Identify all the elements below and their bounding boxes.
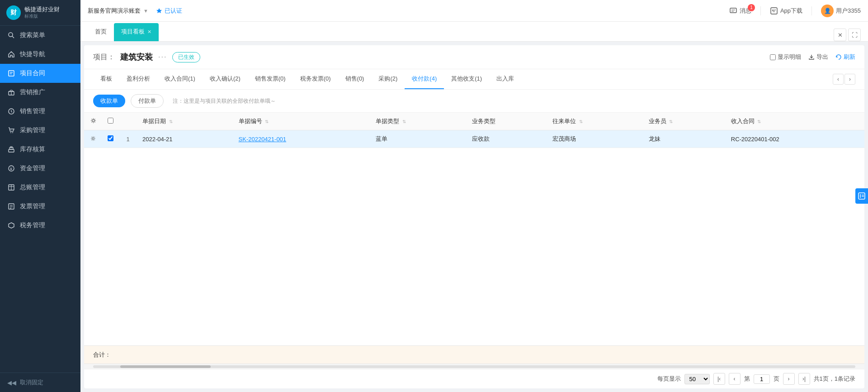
horizontal-scrollbar[interactable] [84, 363, 864, 369]
sidebar-item-quicknav[interactable]: 快捷导航 [0, 45, 80, 64]
row-date: 2022-04-21 [137, 130, 233, 148]
salesperson-col-header[interactable]: 业务员 ⇅ [643, 113, 726, 130]
page-size-select[interactable]: 50 100 200 [684, 374, 710, 384]
inventory-icon [7, 145, 15, 153]
select-all-checkbox[interactable] [108, 118, 113, 124]
maximize-btn[interactable]: ⛶ [848, 29, 861, 41]
svg-point-0 [9, 33, 13, 37]
sub-tab-other[interactable]: 其他收支(1) [444, 69, 489, 89]
sub-tab-kanban[interactable]: 看板 [93, 69, 119, 89]
page-input[interactable] [754, 374, 770, 384]
sidebar-item-search[interactable]: 搜索菜单 [0, 26, 80, 45]
account-selector[interactable]: 新服务官网演示账套 ▼ [88, 7, 148, 15]
salesperson-sort-icon: ⇅ [669, 119, 673, 124]
next-page-btn[interactable]: › [783, 373, 795, 385]
right-panel-btn[interactable] [855, 188, 868, 204]
divider [760, 6, 761, 15]
fund-icon: ¥ [7, 164, 15, 172]
export-btn[interactable]: 导出 [808, 53, 828, 61]
sub-tab-profit[interactable]: 盈利分析 [119, 69, 157, 89]
svg-point-10 [12, 132, 13, 133]
project-actions: 显示明细 导出 刷新 [770, 53, 855, 61]
close-window-btn[interactable]: ✕ [834, 29, 846, 41]
row-checkbox[interactable] [102, 130, 119, 148]
first-page-btn[interactable]: |‹ [713, 373, 725, 385]
svg-point-29 [92, 137, 94, 139]
sub-tab-tax-invoice[interactable]: 税务发票(0) [293, 69, 338, 89]
type-col-header[interactable]: 单据类型 ⇅ [370, 113, 467, 130]
partner-col-header[interactable]: 往来单位 ⇅ [547, 113, 643, 130]
tab-close-icon[interactable]: ✕ [147, 29, 151, 35]
sub-tab-next-btn[interactable]: › [844, 74, 855, 85]
contract-icon [7, 69, 15, 77]
filter-note: 注：这里是与项目关联的全部收付款单哦～ [173, 97, 276, 105]
sidebar-item-marketing[interactable]: 营销推广 [0, 83, 80, 102]
last-page-btn[interactable]: ›| [798, 373, 810, 385]
sidebar-item-project[interactable]: 项目合同 [0, 64, 80, 83]
tab-project-board[interactable]: 项目看板 ✕ [114, 23, 159, 41]
svg-rect-13 [10, 147, 12, 148]
sidebar-label-invoice: 发票管理 [20, 202, 45, 210]
sub-tab-payment[interactable]: 收付款(4) [405, 69, 444, 89]
search-icon [7, 31, 15, 39]
sub-tab-inout[interactable]: 出入库 [489, 69, 521, 89]
row-number[interactable]: SK-20220421-001 [233, 130, 371, 148]
show-detail-label: 显示明细 [778, 53, 801, 61]
prev-page-btn[interactable]: ‹ [729, 373, 741, 385]
page-size-label: 每页显示 [657, 375, 681, 383]
sidebar-item-invoice[interactable]: 发票管理 [0, 197, 80, 216]
purchase-icon [7, 126, 15, 134]
date-col-header[interactable]: 单据日期 ⇅ [137, 113, 233, 130]
payment-filter-btn[interactable]: 付款单 [131, 94, 164, 108]
row-type: 蓝单 [370, 130, 467, 148]
select-all-col[interactable] [102, 113, 119, 130]
sidebar-item-sales[interactable]: 销售管理 [0, 102, 80, 121]
row-settings[interactable] [84, 130, 102, 148]
number-col-header[interactable]: 单据编号 ⇅ [233, 113, 371, 130]
app-download-btn[interactable]: App下载 [770, 7, 802, 15]
sidebar-label-project: 项目合同 [20, 69, 45, 77]
sidebar-item-inventory[interactable]: 库存核算 [0, 140, 80, 159]
sub-tabs: 看板 盈利分析 收入合同(1) 收入确认(2) 销售发票(0) 税务发票(0) … [84, 69, 864, 90]
certified-label: 已认证 [165, 7, 182, 15]
more-options-icon[interactable]: ··· [158, 53, 167, 61]
user-menu[interactable]: 👤 用户3355 [821, 5, 861, 17]
table-row[interactable]: 1 2022-04-21 SK-20220421-001 蓝单 应收款 宏茂商场… [84, 130, 864, 148]
refresh-btn[interactable]: 刷新 [835, 53, 855, 61]
sub-tab-purchase[interactable]: 采购(2) [371, 69, 405, 89]
scrollbar-track[interactable] [93, 365, 855, 368]
app-name: 畅捷通好业财 [24, 6, 60, 14]
contract-col-header[interactable]: 收入合同 ⇅ [726, 113, 864, 130]
sub-tab-prev-btn[interactable]: ‹ [833, 74, 844, 85]
chevron-down-icon: ▼ [143, 8, 148, 14]
sidebar-label-inventory: 库存核算 [20, 145, 45, 153]
avatar: 👤 [821, 5, 834, 17]
sub-tab-income-confirm[interactable]: 收入确认(2) [203, 69, 248, 89]
scrollbar-thumb[interactable] [120, 365, 211, 368]
show-detail-input[interactable] [770, 54, 776, 60]
settings-col-header[interactable] [84, 113, 102, 130]
sidebar-label-ledger: 总账管理 [20, 183, 45, 191]
divider2 [811, 6, 812, 15]
tab-home[interactable]: 首页 [88, 23, 114, 41]
invoice-icon [7, 202, 15, 210]
page-word: 第 [744, 375, 750, 383]
sidebar-item-ledger[interactable]: 总账管理 [0, 178, 80, 197]
sub-tab-income-contract[interactable]: 收入合同(1) [157, 69, 203, 89]
message-btn[interactable]: 1 消息 [729, 7, 751, 15]
project-title: 建筑安装 [120, 52, 153, 62]
sidebar-item-purchase[interactable]: 采购管理 [0, 121, 80, 140]
sidebar-item-tax[interactable]: 税务管理 [0, 216, 80, 235]
row-biztype: 应收款 [467, 130, 547, 148]
svg-point-28 [92, 120, 94, 122]
total-info: 共1页，1条记录 [814, 375, 855, 383]
collection-filter-btn[interactable]: 收款单 [93, 95, 125, 107]
sub-tab-sales[interactable]: 销售(0) [338, 69, 372, 89]
sub-tab-sales-invoice[interactable]: 销售发票(0) [248, 69, 293, 89]
sidebar: 财 畅捷通好业财 标准版 搜索菜单 快捷导航 项目合同 [0, 0, 80, 392]
sidebar-unpin[interactable]: ◀◀ 取消固定 [0, 373, 80, 392]
show-detail-checkbox[interactable]: 显示明细 [770, 53, 801, 61]
project-prefix: 项目： [93, 53, 115, 62]
sidebar-label-search: 搜索菜单 [20, 31, 45, 39]
sidebar-item-fund[interactable]: ¥ 资金管理 [0, 159, 80, 178]
